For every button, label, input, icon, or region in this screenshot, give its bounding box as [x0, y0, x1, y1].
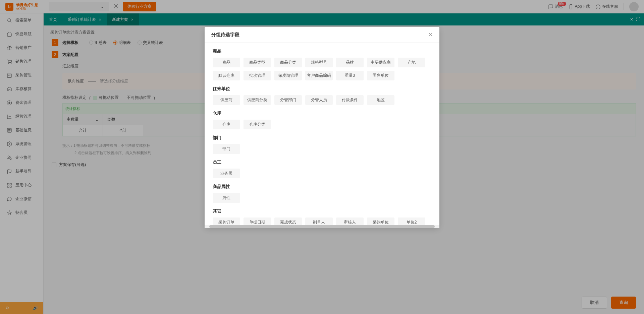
modal-close-button[interactable]: ✕ [428, 32, 433, 38]
field-tag[interactable]: 供应商 [213, 95, 240, 105]
field-tag[interactable]: 部门 [213, 144, 240, 154]
field-group-title: 部门 [213, 135, 431, 141]
field-group-title: 商品 [213, 48, 431, 54]
field-tag[interactable]: 商品分类 [274, 58, 302, 67]
field-group-2: 仓库仓库仓库分类 [213, 110, 431, 129]
field-tag[interactable]: 制单人 [305, 217, 333, 225]
field-group-title: 员工 [213, 159, 431, 165]
field-tag[interactable]: 单位2 [398, 217, 425, 225]
field-tag[interactable]: 业务员 [213, 169, 240, 178]
field-group-5: 商品属性属性 [213, 184, 431, 203]
field-tag[interactable]: 保质期管理 [274, 71, 302, 80]
field-selector-modal: 分组待选字段 ✕ 商品商品商品类型商品分类规格型号品牌主要供应商产地默认仓库批次… [205, 27, 439, 228]
field-tag[interactable]: 采购订单 [213, 217, 240, 225]
horizontal-scrollbar[interactable] [205, 225, 439, 228]
field-tag[interactable]: 客户商品编码 [305, 71, 333, 80]
field-group-6: 其它采购订单单据日期完成状态制单人审核人采购单位单位2主计量批号价格类型预计到货… [213, 208, 431, 225]
field-tag[interactable]: 产地 [398, 58, 425, 67]
field-group-4: 员工业务员 [213, 159, 431, 178]
field-tag[interactable]: 仓库 [213, 120, 240, 129]
field-tag[interactable]: 品牌 [336, 58, 364, 67]
field-group-title: 商品属性 [213, 184, 431, 190]
field-tag[interactable]: 主要供应商 [367, 58, 394, 67]
field-tag[interactable]: 零售单位 [367, 71, 394, 80]
field-tag[interactable]: 默认仓库 [213, 71, 240, 80]
field-tag[interactable]: 属性 [213, 193, 240, 203]
field-tag[interactable]: 采购单位 [367, 217, 394, 225]
field-tag[interactable]: 分管人员 [305, 95, 333, 105]
field-tag[interactable]: 付款条件 [336, 95, 364, 105]
field-tag[interactable]: 商品类型 [244, 58, 271, 67]
field-group-title: 其它 [213, 208, 431, 214]
field-tag[interactable]: 规格型号 [305, 58, 333, 67]
field-tag[interactable]: 分管部门 [274, 95, 302, 105]
field-tag[interactable]: 地区 [367, 95, 394, 105]
field-tag[interactable]: 供应商分类 [244, 95, 271, 105]
field-group-title: 仓库 [213, 110, 431, 116]
field-tag[interactable]: 单据日期 [244, 217, 271, 225]
field-group-title: 往来单位 [213, 86, 431, 92]
field-group-1: 往来单位供应商供应商分类分管部门分管人员付款条件地区 [213, 86, 431, 105]
field-tag[interactable]: 重量3 [336, 71, 364, 80]
field-tag[interactable]: 审核人 [336, 217, 364, 225]
field-tag[interactable]: 仓库分类 [244, 120, 271, 129]
field-tag[interactable]: 批次管理 [244, 71, 271, 80]
field-tag[interactable]: 完成状态 [274, 217, 302, 225]
field-group-3: 部门部门 [213, 135, 431, 154]
modal-title: 分组待选字段 [211, 32, 239, 38]
field-group-0: 商品商品商品类型商品分类规格型号品牌主要供应商产地默认仓库批次管理保质期管理客户… [213, 48, 431, 80]
field-tag[interactable]: 商品 [213, 58, 240, 67]
modal-overlay[interactable]: 分组待选字段 ✕ 商品商品商品类型商品分类规格型号品牌主要供应商产地默认仓库批次… [0, 0, 644, 314]
